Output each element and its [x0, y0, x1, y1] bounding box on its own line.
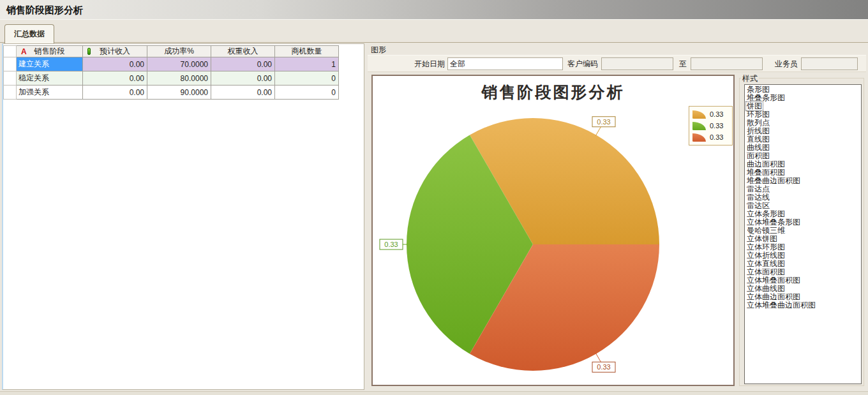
row-indicator[interactable] — [4, 71, 17, 86]
legend-swatch-icon — [692, 110, 706, 119]
column-header-stage[interactable]: A 销售阶段 — [17, 46, 83, 57]
salesman-label: 业务员 — [769, 59, 798, 70]
customer-code-to-input[interactable] — [691, 57, 763, 70]
legend-swatch-icon — [692, 133, 706, 142]
column-header-success-rate[interactable]: 成功率% — [147, 46, 211, 57]
row-indicator[interactable] — [4, 57, 17, 71]
table-cell[interactable]: 0.00 — [83, 57, 147, 71]
table-cell[interactable]: 0.00 — [83, 71, 147, 86]
legend-entry: 0.33 — [692, 108, 729, 120]
graph-group-label: 图形 — [371, 45, 386, 56]
legend-entry: 0.33 — [692, 120, 729, 131]
style-list-item[interactable]: 立体堆叠曲边面积图 — [746, 301, 816, 309]
table-cell[interactable]: 稳定关系 — [17, 71, 83, 86]
pie-chart: 0.330.330.33 — [373, 76, 733, 385]
to-label: 至 — [679, 59, 689, 70]
window-title-bar: 销售阶段图形分析 — [0, 0, 868, 20]
legend-swatch-icon — [692, 122, 706, 130]
sales-stage-table: A 销售阶段 预计收入 成功率% 权重收入 商机数量 建立关系0.0070.00… — [3, 45, 339, 100]
page-title: 销售阶段图形分析 — [6, 4, 83, 17]
table-cell[interactable]: 0 — [275, 71, 339, 86]
table-cell[interactable]: 0.00 — [211, 57, 275, 71]
legend-entry: 0.33 — [692, 131, 729, 143]
table-cell[interactable]: 0.00 — [83, 86, 147, 100]
table-cell[interactable]: 0 — [275, 86, 339, 100]
chart-legend: 0.330.330.33 — [689, 106, 733, 145]
chart-style-listbox[interactable]: 条形图堆叠条形图饼图环形图散列点折线图直线图曲线图面积图曲边面积图堆叠面积图堆叠… — [744, 84, 862, 384]
style-group-label: 样式 — [741, 73, 759, 84]
sort-a-icon: A — [21, 47, 27, 56]
table-row[interactable]: 稳定关系0.0080.00000.000 — [4, 71, 339, 86]
table-cell[interactable]: 1 — [275, 57, 339, 71]
customer-code-input[interactable] — [601, 57, 673, 70]
table-cell[interactable]: 80.0000 — [147, 71, 211, 86]
column-header-opportunity-count[interactable]: 商机数量 — [275, 46, 339, 57]
column-header-weighted-income[interactable]: 权重收入 — [211, 46, 275, 57]
start-date-input[interactable] — [447, 57, 563, 70]
content-divider — [0, 42, 868, 43]
table-cell[interactable]: 0.00 — [211, 86, 275, 100]
table-cell[interactable]: 建立关系 — [17, 57, 83, 71]
slice-label-value: 0.33 — [384, 241, 398, 248]
start-date-label: 开始日期 — [408, 59, 445, 70]
tab-strip: 汇总数据 — [0, 20, 868, 43]
customer-code-label: 客户编码 — [562, 59, 598, 70]
table-cell[interactable]: 0.00 — [211, 71, 275, 86]
legend-value: 0.33 — [710, 133, 723, 141]
legend-value: 0.33 — [710, 110, 723, 118]
summary-table-panel: A 销售阶段 预计收入 成功率% 权重收入 商机数量 建立关系0.0070.00… — [2, 43, 364, 390]
row-indicator-header — [4, 46, 17, 57]
table-row[interactable]: 加强关系0.0090.00000.000 — [4, 86, 339, 100]
tab-summary-data[interactable]: 汇总数据 — [4, 24, 54, 43]
table-cell[interactable]: 90.0000 — [147, 86, 211, 100]
legend-value: 0.33 — [710, 122, 723, 130]
salesman-input[interactable] — [801, 57, 858, 70]
slice-label-value: 0.33 — [597, 118, 610, 126]
stage-table-body: 建立关系0.0070.00000.001稳定关系0.0080.00000.000… — [4, 57, 339, 100]
status-bar — [0, 391, 868, 395]
slice-label-value: 0.33 — [597, 363, 610, 371]
table-header-row: A 销售阶段 预计收入 成功率% 权重收入 商机数量 — [4, 46, 339, 57]
table-row[interactable]: 建立关系0.0070.00000.001 — [4, 57, 339, 71]
row-indicator[interactable] — [4, 86, 17, 100]
value-bar-icon — [87, 48, 91, 55]
pie-chart-area: 销售阶段图形分析 0.330.330.33 0.330.330.33 — [371, 75, 735, 386]
column-header-expected-income[interactable]: 预计收入 — [83, 46, 147, 57]
table-cell[interactable]: 70.0000 — [147, 57, 211, 71]
table-cell[interactable]: 加强关系 — [17, 86, 83, 100]
